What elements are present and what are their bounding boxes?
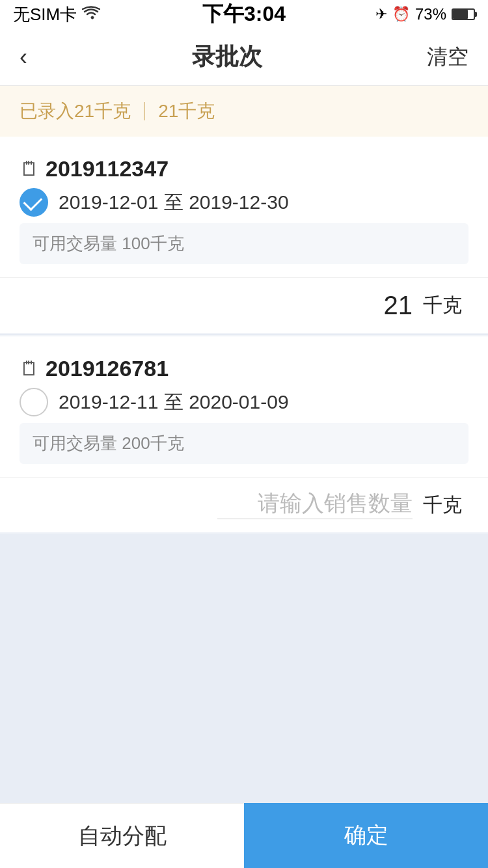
- page-title: 录批次: [192, 41, 262, 73]
- summary-recorded-label: 已录入21千克: [20, 99, 131, 124]
- bottom-bar: 自动分配 确定: [0, 803, 488, 868]
- batch-2-date: 2019-12-11 至 2020-01-09: [59, 389, 289, 416]
- clear-button[interactable]: 清空: [427, 43, 468, 72]
- summary-banner: 已录入21千克 21千克: [0, 86, 488, 137]
- batch-2-qty-input[interactable]: [217, 491, 413, 516]
- section-divider: [0, 334, 488, 335]
- batch-2-header: 🗒 2019126781: [0, 336, 488, 388]
- batch-2-checkbox[interactable]: [20, 388, 48, 416]
- batch-2-icon: 🗒: [20, 358, 39, 380]
- batch-1-header: 🗒 2019112347: [0, 137, 488, 188]
- auto-distribute-button[interactable]: 自动分配: [0, 803, 244, 868]
- status-bar: 无SIM卡 下午3:04 ✈ ⏰ 73%: [0, 0, 488, 29]
- summary-total-value: 21千克: [158, 99, 215, 124]
- empty-area: [0, 534, 488, 803]
- status-right: ✈ ⏰ 73%: [375, 5, 475, 23]
- batch-1-availability: 可用交易量 100千克: [20, 223, 468, 264]
- batch-2-input-row: 千克: [0, 477, 488, 532]
- batch-1-icon: 🗒: [20, 158, 39, 180]
- wifi-icon: [82, 5, 100, 25]
- batch-1-checkbox[interactable]: [20, 188, 48, 217]
- batch-card-1: 🗒 2019112347 2019-12-01 至 2019-12-30 可用交…: [0, 137, 488, 333]
- batch-1-amount: 21: [384, 291, 413, 320]
- status-left: 无SIM卡: [13, 3, 100, 26]
- back-button[interactable]: ‹: [20, 44, 27, 71]
- batch-1-date-row: 2019-12-01 至 2019-12-30: [0, 188, 488, 223]
- location-icon: ✈: [375, 6, 387, 23]
- alarm-icon: ⏰: [392, 6, 410, 23]
- carrier-text: 无SIM卡: [13, 3, 77, 26]
- batch-2-input-wrapper: [217, 491, 413, 519]
- battery-text: 73%: [415, 5, 446, 23]
- batch-2-unit: 千克: [423, 492, 462, 519]
- batch-1-amount-row: 21 千克: [0, 277, 488, 333]
- batch-1-unit: 千克: [423, 292, 462, 319]
- status-time: 下午3:04: [202, 0, 286, 29]
- confirm-button[interactable]: 确定: [244, 803, 488, 868]
- batch-2-availability: 可用交易量 200千克: [20, 423, 468, 464]
- batch-1-date: 2019-12-01 至 2019-12-30: [59, 189, 289, 216]
- summary-divider: [144, 102, 145, 120]
- nav-bar: ‹ 录批次 清空: [0, 29, 488, 86]
- batch-2-id: 2019126781: [46, 356, 169, 381]
- batch-2-date-row: 2019-12-11 至 2020-01-09: [0, 388, 488, 423]
- battery-icon: [452, 8, 475, 20]
- batch-1-id: 2019112347: [46, 156, 169, 182]
- batch-card-2: 🗒 2019126781 2019-12-11 至 2020-01-09 可用交…: [0, 336, 488, 532]
